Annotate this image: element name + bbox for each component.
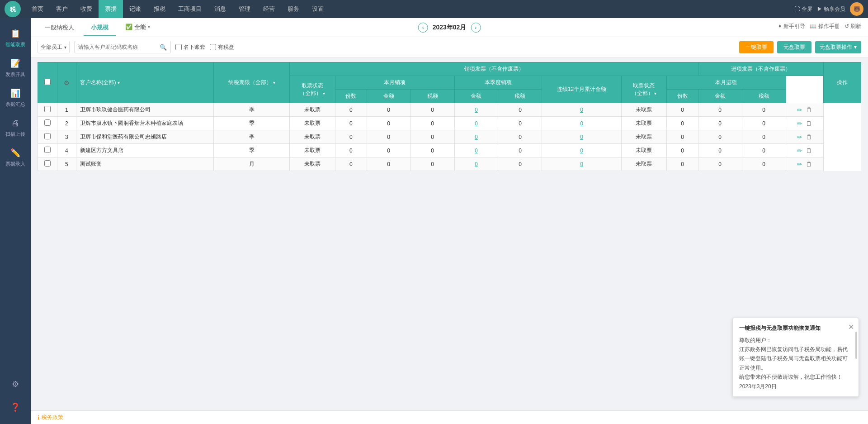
row-purchase-amount-1: 0: [698, 117, 742, 130]
row-purchase-shares-1: 0: [667, 117, 698, 130]
sidebar-item-entry[interactable]: ✏️ 票据录入: [0, 142, 31, 172]
nav-manage[interactable]: 管理: [232, 0, 257, 18]
nav-message[interactable]: 消息: [208, 0, 232, 18]
th-checkbox: [38, 62, 57, 103]
sidebar-item-help[interactable]: ❓: [0, 396, 31, 419]
client-filter-icon[interactable]: ▾: [118, 80, 120, 85]
row-sales-shares-1: 0: [335, 117, 367, 130]
row-purchase-status-0: 未取票: [621, 103, 667, 117]
edit-icon-3[interactable]: ✏: [797, 147, 802, 154]
row-action-2: ✏ 🗒: [786, 130, 823, 144]
notification-close-btn[interactable]: ✕: [848, 321, 854, 333]
guide-btn[interactable]: ✦ 新手引导: [778, 23, 805, 30]
checkbox-account[interactable]: [175, 44, 182, 50]
nav-home[interactable]: 首页: [25, 0, 50, 18]
sales-status-filter-icon[interactable]: ▾: [321, 91, 325, 96]
table-row: 1 卫辉市玖玖健合医药有限公司 季 未取票 0 0 0 0 0 0 未取票 0 …: [38, 103, 861, 117]
nav-service[interactable]: 服务: [281, 0, 306, 18]
nav-tax[interactable]: 报税: [147, 0, 172, 18]
fullscreen-btn[interactable]: ⛶ 全屏: [794, 5, 812, 13]
checkbox-taxdisk[interactable]: [210, 44, 216, 50]
scrollbar-thumb[interactable]: [855, 332, 857, 359]
th-sales-quarter-amount: 金额: [454, 90, 498, 103]
no-disk-fetch-button[interactable]: 无盘取票: [777, 41, 811, 53]
row-purchase-tax-3: 0: [742, 144, 786, 157]
row-purchase-tax-0: 0: [742, 103, 786, 117]
edit-icon-1[interactable]: ✏: [797, 120, 802, 127]
sidebar-item-summary[interactable]: 📊 票据汇总: [0, 82, 31, 112]
summary-icon: 📊: [9, 87, 22, 100]
sidebar-item-settings[interactable]: ⚙: [0, 373, 31, 396]
next-month-btn[interactable]: ›: [471, 23, 481, 33]
view-icon-4[interactable]: 🗒: [806, 161, 812, 168]
row-checkbox-4[interactable]: [44, 160, 51, 167]
row-purchase-status-4: 未取票: [621, 157, 667, 171]
sidebar-item-label: 扫描上传: [5, 131, 25, 138]
nav-right: ⛶ 全屏 ▶ 畅享会员 🐻: [794, 2, 863, 16]
row-checkbox-0[interactable]: [44, 106, 51, 112]
view-icon-2[interactable]: 🗒: [806, 133, 812, 141]
notification-content: 尊敬的用户： 江苏政务网已恢复访问电子税务局功能，易代账一键登陆电子税务局与无盘…: [739, 336, 852, 391]
no-disk-op-button[interactable]: 无盘取票操作 ▾: [815, 41, 861, 53]
tab-all-capable[interactable]: ✅ 全能 ▾: [118, 19, 157, 36]
manual-btn[interactable]: 📖 操作手册: [810, 23, 840, 30]
avatar[interactable]: 🐻: [850, 2, 863, 16]
sidebar-bottom: ⚙ ❓: [0, 373, 31, 424]
row-name-2: 卫辉市保和堂医药有限公司忠顿路店: [76, 130, 214, 144]
select-all-checkbox[interactable]: [44, 79, 51, 85]
row-checkbox-3[interactable]: [44, 147, 51, 153]
refresh-btn[interactable]: ↺ 刷新: [844, 23, 861, 30]
gear-icon[interactable]: ⚙: [64, 79, 70, 86]
row-checkbox-1[interactable]: [44, 119, 51, 126]
checkbox-account-label[interactable]: 名下账套: [175, 43, 205, 51]
tab-general-taxpayer[interactable]: 一般纳税人: [38, 19, 81, 36]
checkbox-taxdisk-label[interactable]: 有税盘: [210, 43, 234, 51]
footer-text[interactable]: 税务政策: [42, 414, 63, 421]
nav-settings[interactable]: 设置: [306, 0, 330, 18]
view-icon-1[interactable]: 🗒: [806, 120, 812, 127]
main-table: ⚙ 客户名称(全部) ▾ 纳税期限（全部） ▾ 销项发票（不含作废票） 进项发票…: [38, 62, 861, 171]
scan-icon: 🖨: [9, 117, 22, 129]
tax-period-filter-icon[interactable]: ▾: [273, 80, 275, 85]
row-action-1: ✏ 🗒: [786, 117, 823, 130]
row-purchase-shares-2: 0: [667, 130, 698, 144]
sidebar-item-smart-fetch[interactable]: 📋 智能取票: [0, 23, 31, 52]
edit-icon-2[interactable]: ✏: [797, 133, 802, 141]
sidebar-item-label: 票据汇总: [5, 101, 25, 108]
row-name-3: 新建区方方文具店: [76, 144, 214, 157]
nav-business[interactable]: 工商项目: [172, 0, 208, 18]
row-checkbox-2[interactable]: [44, 133, 51, 139]
prev-month-btn[interactable]: ‹: [418, 23, 428, 33]
chevron-down-icon[interactable]: ▾: [148, 19, 150, 36]
tab-small-scale[interactable]: 小规模: [84, 19, 116, 36]
th-client-name: 客户名称(全部) ▾: [76, 62, 214, 103]
search-input[interactable]: [78, 44, 160, 50]
no-disk-op-label: 无盘取票操作: [820, 43, 852, 51]
group-header-row: ⚙ 客户名称(全部) ▾ 纳税期限（全部） ▾ 销项发票（不含作废票） 进项发票…: [38, 62, 861, 76]
sidebar-item-invoice-issue[interactable]: 📝 发票开具: [0, 52, 31, 82]
footer: ℹ 税务政策: [31, 410, 868, 424]
nav-bookkeeping[interactable]: 记账: [123, 0, 147, 18]
view-icon-0[interactable]: 🗒: [806, 106, 812, 114]
vip-btn[interactable]: ▶ 畅享会员: [817, 5, 845, 13]
edit-icon-4[interactable]: ✏: [797, 161, 802, 168]
nav-operation[interactable]: 经营: [257, 0, 281, 18]
one-key-fetch-button[interactable]: 一键取票: [739, 41, 774, 53]
employee-select[interactable]: 全部员工 ▾: [38, 41, 70, 53]
sidebar-item-scan[interactable]: 🖨 扫描上传: [0, 112, 31, 142]
th-quarter-sales: 本季度销项: [454, 76, 542, 90]
client-name-label: 客户名称(全部): [80, 79, 116, 86]
nav-customer[interactable]: 客户: [50, 0, 74, 18]
table-body: 1 卫辉市玖玖健合医药有限公司 季 未取票 0 0 0 0 0 0 未取票 0 …: [38, 103, 861, 171]
th-purchase-month-amount: 金额: [698, 90, 742, 103]
view-icon-3[interactable]: 🗒: [806, 147, 812, 154]
nav-fee[interactable]: 收费: [74, 0, 99, 18]
purchase-status-filter-icon[interactable]: ▾: [653, 91, 657, 96]
row-purchase-status-2: 未取票: [621, 130, 667, 144]
nav-invoice[interactable]: 票据: [99, 0, 123, 18]
search-icon[interactable]: 🔍: [160, 44, 167, 51]
edit-icon-0[interactable]: ✏: [797, 106, 802, 114]
smart-fetch-icon: 📋: [9, 27, 22, 40]
row-tax-period-2: 季: [214, 130, 290, 144]
row-sales-tax-3: 0: [410, 144, 454, 157]
